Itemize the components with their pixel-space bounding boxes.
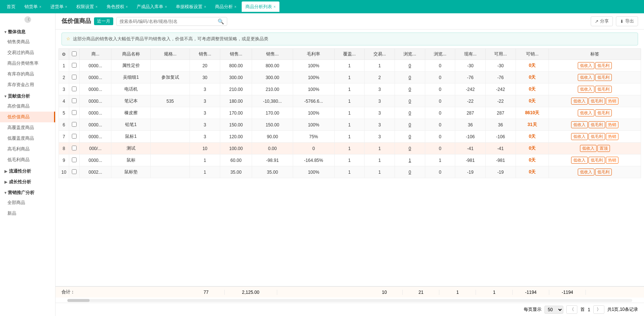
next-page-button[interactable]: 〉 [593, 305, 604, 314]
row-checkbox[interactable] [69, 84, 80, 95]
row-checkbox[interactable] [69, 72, 80, 84]
row-select-checkbox[interactable] [72, 75, 77, 79]
row-views1[interactable]: 0 [395, 95, 425, 107]
sidebar-item-traded-products[interactable]: 交易过的商品 [0, 47, 55, 58]
view-link[interactable]: 0 [409, 111, 411, 116]
sidebar-group-contribution[interactable]: ▾ 贡献值分析 [0, 90, 55, 101]
row-select-checkbox[interactable] [72, 157, 77, 162]
row-code: 0000... [80, 60, 111, 72]
close-icon[interactable]: × [234, 5, 237, 9]
search-icon[interactable]: 🔍 [218, 18, 224, 24]
close-icon[interactable]: × [95, 5, 98, 9]
row-index: 10 [59, 166, 69, 178]
row-select-checkbox[interactable] [72, 110, 77, 115]
view-link[interactable]: 0 [409, 87, 411, 92]
nav-product-inbound[interactable]: 产成品入库单 × [133, 1, 171, 12]
close-icon[interactable]: × [274, 5, 276, 9]
sidebar-item-low-margin[interactable]: 低毛利商品 [0, 154, 55, 165]
row-code: 0000... [80, 72, 111, 84]
col-settings[interactable]: ⚙ [59, 49, 69, 60]
view-link[interactable]: 0 [409, 99, 411, 104]
close-icon[interactable]: × [39, 5, 41, 9]
sidebar-item-high-coverage[interactable]: 高覆盖度商品 [0, 122, 55, 133]
sidebar-item-sales-products[interactable]: 销售类商品 [0, 37, 55, 47]
row-views1[interactable]: 0 [395, 84, 425, 95]
data-table: ⚙ 商... 商品名称 规格... 销售... 销售... 销售... 毛利率 … [58, 48, 641, 178]
view-link[interactable]: 0 [409, 63, 411, 68]
sidebar-item-all-products[interactable]: 全部商品 [0, 197, 55, 208]
row-select-checkbox[interactable] [72, 86, 77, 91]
row-views1[interactable]: 0 [395, 72, 425, 84]
sidebar-item-low-value[interactable]: 低价值商品 [0, 112, 55, 122]
row-views2: 0 [425, 60, 455, 72]
view-link[interactable]: 0 [409, 134, 411, 139]
sidebar-group-growth[interactable]: ▶ 成长性分析 [0, 176, 55, 187]
row-checkbox[interactable] [69, 166, 80, 178]
col-checkbox[interactable] [69, 49, 80, 60]
sidebar-item-high-value[interactable]: 高价值商品 [0, 101, 55, 112]
nav-product-analysis-list[interactable]: 商品分析列表 × [242, 1, 279, 12]
share-button[interactable]: ↗ 分享 [591, 16, 613, 26]
row-select-checkbox[interactable] [72, 122, 77, 127]
nav-template-settings[interactable]: 单据模板设置 × [172, 1, 210, 12]
table-row: 6 0000... 铅笔1 3 150.00 150.00 100% 1 3 0… [59, 119, 641, 131]
row-select-checkbox[interactable] [72, 169, 77, 174]
sidebar-item-new-products[interactable]: 新品 [0, 208, 55, 219]
close-icon[interactable]: × [165, 5, 167, 9]
period-tag-button[interactable]: 近一月 [94, 17, 113, 25]
row-checkbox[interactable] [69, 131, 80, 143]
row-checkbox[interactable] [69, 143, 80, 154]
select-all-checkbox[interactable] [72, 51, 77, 56]
row-views1[interactable]: 1 [395, 154, 425, 166]
sidebar-item-category-sales-rate[interactable]: 商品分类销售率 [0, 58, 55, 69]
row-select-checkbox[interactable] [72, 134, 77, 139]
row-select-checkbox[interactable] [72, 98, 77, 103]
row-index: 5 [59, 107, 69, 119]
sidebar-collapse-btn[interactable]: 《 [24, 16, 31, 23]
row-checkbox[interactable] [69, 154, 80, 166]
view-link[interactable]: 0 [409, 75, 411, 80]
view-link[interactable]: 1 [409, 158, 411, 163]
nav-home[interactable]: 首页 [3, 1, 19, 12]
nav-sales-order[interactable]: 销货单 × [21, 1, 45, 12]
row-views1[interactable]: 0 [395, 119, 425, 131]
per-page-select[interactable]: 50 100 200 [544, 306, 563, 314]
row-days: 0天 [516, 60, 549, 72]
view-link[interactable]: 0 [409, 122, 411, 128]
sidebar-group-overview[interactable]: ▾ 整体信息 [0, 26, 55, 37]
nav-permissions[interactable]: 权限设置 × [73, 1, 101, 12]
sidebar-item-high-margin[interactable]: 高毛利商品 [0, 144, 55, 154]
sidebar-item-stock-funds[interactable]: 库存资金占用 [0, 79, 55, 90]
close-icon[interactable]: × [204, 5, 206, 9]
search-input[interactable] [120, 19, 216, 24]
row-views1[interactable]: 0 [395, 107, 425, 119]
row-name: 鼠标1 [111, 131, 151, 143]
prev-page-button[interactable]: 〈 [566, 305, 577, 314]
sidebar-item-low-coverage[interactable]: 低覆盖度商品 [0, 133, 55, 144]
row-margin-rate: -164.85% [293, 154, 334, 166]
row-select-checkbox[interactable] [72, 146, 77, 150]
row-select-checkbox[interactable] [72, 63, 77, 68]
horizontal-scrollbar[interactable] [61, 299, 638, 302]
row-days: 0天 [516, 154, 549, 166]
row-views1[interactable]: 0 [395, 60, 425, 72]
row-views1[interactable]: 0 [395, 143, 425, 154]
row-checkbox[interactable] [69, 60, 80, 72]
row-checkbox[interactable] [69, 95, 80, 107]
nav-role-auth[interactable]: 角色授权 × [103, 1, 132, 12]
nav-purchase-order[interactable]: 进货单 × [47, 1, 71, 12]
row-spec [151, 84, 190, 95]
sidebar-group-circulation[interactable]: ▶ 流通性分析 [0, 165, 55, 176]
view-link[interactable]: 0 [409, 146, 411, 151]
view-link[interactable]: 0 [409, 170, 411, 175]
export-button[interactable]: ⬇ 导出 [616, 16, 638, 26]
nav-product-analysis[interactable]: 商品分析 × [211, 1, 240, 12]
close-icon[interactable]: × [65, 5, 67, 9]
sidebar-group-marketing[interactable]: ▾ 营销推广分析 [0, 187, 55, 197]
sidebar-item-stock-products[interactable]: 有库存的商品 [0, 69, 55, 79]
row-checkbox[interactable] [69, 119, 80, 131]
row-views1[interactable]: 0 [395, 131, 425, 143]
row-views1[interactable]: 0 [395, 166, 425, 178]
row-checkbox[interactable] [69, 107, 80, 119]
close-icon[interactable]: × [126, 5, 128, 9]
